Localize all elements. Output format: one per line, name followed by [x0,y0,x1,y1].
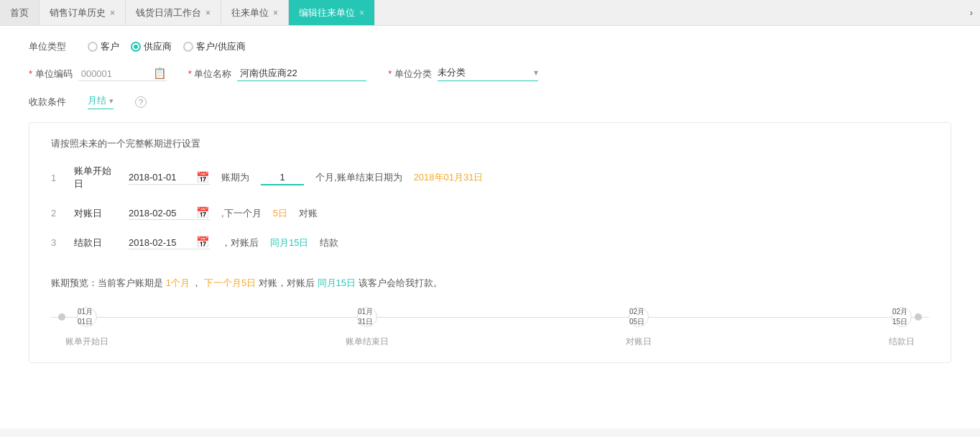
start-date-input-group: 📅 [129,171,210,185]
row-2-highlight: 5日 [273,207,287,220]
unit-category-value: 未分类 [438,66,466,79]
unit-category-label: 单位分类 [388,68,432,80]
unit-code-group: 单位编码 📋 [29,67,167,81]
node-dot-4: 02月15日 [892,307,912,327]
timeline-node-4: 02月15日 结款日 [889,307,915,348]
row-3-suffix: 结款 [320,236,338,249]
reconcile-date-calendar-icon[interactable]: 📅 [196,206,210,219]
settings-panel: 请按照未来的一个完整帐期进行设置 1 账单开始日 📅 账期为 个月,账单结束日期… [29,122,951,363]
unit-type-label: 单位类型 [29,40,66,53]
unit-info-row: 单位编码 📋 单位名称 单位分类 未分类 ▾ [29,66,951,81]
main-content: 单位类型 客户 供应商 客户/供应商 单位编码 📋 单位 [0,26,980,428]
preview-part3: 同月15日 [318,277,356,288]
row-2-label: 对账日 [74,207,117,220]
node-dot-2: 01月31日 [357,307,377,327]
radio-customer[interactable]: 客户 [88,40,119,53]
payment-terms-select[interactable]: 月结 ▾ [88,94,114,109]
setting-row-1: 1 账单开始日 📅 账期为 个月,账单结束日期为 2018年01月31日 [51,165,929,190]
node-dot-3: 02月05日 [629,307,649,327]
timeline-node-3: 02月05日 对账日 [626,307,652,348]
unit-name-input[interactable] [237,67,366,81]
radio-customer-circle [88,42,98,52]
timeline-left-dot [58,313,65,321]
settle-date-calendar-icon[interactable]: 📅 [196,236,210,249]
category-dropdown-icon: ▾ [534,68,538,78]
radio-supplier-circle [131,42,141,52]
help-icon[interactable]: ? [135,96,147,108]
node-label-3: 对账日 [626,336,652,348]
setting-row-2: 2 对账日 📅 ,下一个月 5日 对账 [51,206,929,220]
row-3-number: 3 [51,237,63,248]
node-dot-1: 01月01日 [77,307,97,327]
preview-text: 账期预览：当前客户账期是 1个月 ， 下一个月5日 对账，对账后 同月15日 该… [51,277,929,290]
tab-edit-partner[interactable]: 编辑往来单位 × [289,0,375,25]
timeline-node-2: 01月31日 账单结束日 [346,307,389,348]
panel-title: 请按照未来的一个完整帐期进行设置 [51,137,929,150]
timeline-node-1: 01月01日 账单开始日 [65,307,108,348]
row-1-highlight: 2018年01月31日 [414,171,484,184]
tab-expand-button[interactable]: › [963,0,980,25]
payment-terms-row: 收款条件 月结 ▾ ? [29,94,951,109]
timeline-right-dot [915,313,922,321]
setting-row-3: 3 结款日 📅 ，对账后 同月15日 结款 [51,236,929,249]
row-1-label: 账单开始日 [74,165,117,190]
preview-section: 账期预览：当前客户账期是 1个月 ， 下一个月5日 对账，对账后 同月15日 该… [51,265,929,348]
preview-part1: 1个月 [166,277,190,288]
close-edit-partner[interactable]: × [359,8,364,18]
payment-terms-chevron: ▾ [109,96,114,106]
row-1-desc-suffix: 个月,账单结束日期为 [315,171,402,184]
row-3-label: 结款日 [74,236,117,249]
unit-code-icon[interactable]: 📋 [153,67,167,80]
timeline-nodes: 01月01日 账单开始日 01月31日 账单结束日 02月05日 [65,307,915,348]
close-cash-work[interactable]: × [205,8,211,18]
payment-terms-label: 收款条件 [29,96,66,109]
row-2-suffix: 对账 [299,207,318,220]
reconcile-date-input[interactable] [129,208,193,218]
tab-sales-history[interactable]: 销售订单历史 × [40,0,126,25]
node-label-1: 账单开始日 [65,336,108,348]
row-1-desc-prefix: 账期为 [221,171,249,184]
row-3-highlight: 同月15日 [270,236,308,249]
row-2-number: 2 [51,208,63,218]
row-1-number: 1 [51,172,63,183]
row-3-prefix: ，对账后 [221,236,259,249]
preview-part2: 下一个月5日 [204,277,256,288]
timeline-container: 01月01日 账单开始日 01月31日 账单结束日 02月05日 [51,307,929,348]
unit-type-radio-group: 客户 供应商 客户/供应商 [88,40,246,53]
node-label-2: 账单结束日 [346,336,389,348]
settle-date-input[interactable] [129,237,193,248]
close-sales-history[interactable]: × [110,8,115,18]
radio-supplier[interactable]: 供应商 [131,40,172,53]
settle-date-input-group: 📅 [129,236,210,249]
unit-code-input[interactable] [78,67,150,80]
preview-text2: ， [192,277,201,288]
unit-code-label: 单位编码 [29,68,73,80]
row-2-prefix: ,下一个月 [221,207,262,220]
start-date-input[interactable] [129,172,193,183]
unit-category-select[interactable]: 未分类 ▾ [438,66,538,81]
preview-text4: 该客户会给我打款。 [359,277,443,288]
preview-label: 账期预览：当前客户账期是 [51,277,163,288]
payment-terms-value: 月结 [88,94,106,107]
chevron-right-icon: › [970,7,973,18]
unit-code-field: 📋 [78,67,167,81]
preview-text3: 对账，对账后 [259,277,315,288]
period-input[interactable] [261,170,304,185]
unit-type-row: 单位类型 客户 供应商 客户/供应商 [29,40,951,53]
close-partner[interactable]: × [273,8,278,18]
start-date-calendar-icon[interactable]: 📅 [196,171,210,184]
tab-home[interactable]: 首页 [0,0,40,25]
tab-bar: 首页 销售订单历史 × 钱货日清工作台 × 往来单位 × 编辑往来单位 × › [0,0,980,26]
radio-both[interactable]: 客户/供应商 [183,40,246,53]
tab-cash-work[interactable]: 钱货日清工作台 × [126,0,221,25]
unit-name-group: 单位名称 [188,67,367,81]
unit-category-group: 单位分类 未分类 ▾ [388,66,538,81]
node-label-4: 结款日 [889,336,915,348]
radio-both-circle [183,42,193,52]
tab-partner[interactable]: 往来单位 × [221,0,289,25]
unit-name-label: 单位名称 [188,68,232,80]
reconcile-date-input-group: 📅 [129,206,210,220]
